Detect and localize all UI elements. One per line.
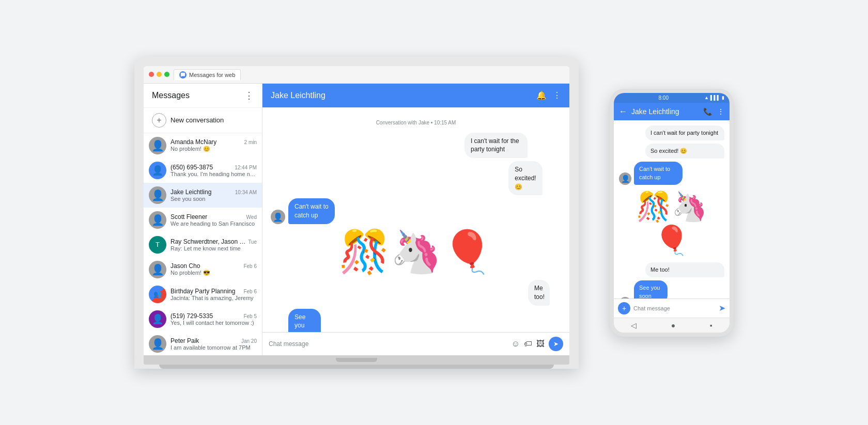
contact-info: Amanda McNary2 minNo problem! 😊 [171, 138, 257, 152]
phone-status-bar: ··· 8:00 ▲ ▌▌▌ ▮ [614, 93, 730, 103]
phone-message-input[interactable] [633, 305, 716, 311]
sidebar-menu-icon[interactable]: ⋮ [244, 90, 254, 101]
phone-message-wrapper: So excited! 😊 [619, 144, 724, 159]
laptop-notch [336, 358, 377, 362]
phone-message-wrapper: Me too! [619, 262, 724, 277]
chat-area: Jake Leichtling 🔔 ⋮ Conversation with Ja… [262, 84, 569, 355]
contact-info: Jason ChoFeb 6No problem! 😎 [171, 262, 257, 276]
message-column: See you soon10:34 AM [288, 309, 338, 332]
titlebar: Messages for web [144, 66, 569, 84]
close-button[interactable] [149, 72, 154, 77]
avatar: 👤 [149, 211, 166, 229]
contact-info: Jake Leichtling10:34 AMSee you soon [171, 188, 257, 202]
contact-item[interactable]: 👤Peter PaikJan 20I am available tomorrow… [144, 332, 262, 355]
message-column: Can't wait to catch up [288, 198, 360, 224]
phone-message-row: 👤See you soon10:34 AM [619, 280, 724, 298]
maximize-button[interactable] [164, 72, 169, 77]
contact-preview: Jacinta: That is amazing, Jeremy [171, 295, 257, 301]
phone-messages: I can't wait for party tonightSo excited… [614, 120, 730, 298]
avatar: 👤 [149, 186, 166, 204]
message-bubble: So excited! 😊 [508, 161, 542, 195]
contact-info: (650) 695-387512:44 PMThank you. I'm hea… [171, 164, 257, 177]
contact-item[interactable]: 👤(650) 695-387512:44 PMThank you. I'm he… [144, 158, 262, 183]
chat-message-input[interactable] [269, 340, 507, 348]
sticker-icon[interactable]: 🏷 [524, 339, 532, 349]
sidebar-title: Messages [152, 91, 190, 100]
attachment-icon[interactable]: 🖼 [536, 339, 545, 349]
message-bubble: I can't wait for the party tonight [464, 133, 528, 159]
contact-time: 10:34 AM [235, 190, 257, 195]
contact-time: Feb 6 [243, 289, 257, 294]
laptop-screen: Messages for web Messages ⋮ + New conver… [144, 66, 569, 355]
chat-header-icons: 🔔 ⋮ [536, 90, 561, 100]
contact-info: Peter PaikJan 20I am available tomorrow … [171, 337, 257, 351]
nav-recent-button[interactable]: ▪ [710, 321, 712, 329]
avatar: 👤 [149, 137, 166, 154]
phone-nav-bar: ◁ ● ▪ [614, 318, 730, 333]
nav-home-button[interactable]: ● [671, 321, 675, 329]
contact-name: Jason Cho [171, 262, 200, 270]
message-row: So excited! 😊 [271, 161, 561, 195]
phone-header: ← Jake Leichtling 📞 ⋮ [614, 103, 730, 120]
phone-input-area: + ➤ [614, 298, 730, 318]
contact-item[interactable]: 👤Jake Leichtling10:34 AMSee you soon [144, 183, 262, 208]
phone-time: 8:00 [658, 95, 668, 101]
nav-back-button[interactable]: ◁ [631, 321, 637, 329]
emoji-icon[interactable]: ☺ [512, 339, 520, 349]
signal-icon: ▌▌▌ [710, 95, 720, 100]
contact-preview: Thank you. I'm heading home now. [171, 171, 257, 177]
contact-preview: I am available tomorrow at 7PM [171, 344, 257, 351]
message-column: So excited! 😊 [508, 161, 561, 195]
phone-more-icon[interactable]: ⋮ [717, 107, 724, 116]
contact-time: Feb 5 [243, 313, 257, 319]
chat-contact-name: Jake Leichtling [271, 91, 326, 100]
scene: Messages for web Messages ⋮ + New conver… [0, 36, 868, 389]
contact-name: Jake Leichtling [171, 188, 211, 196]
message-bubble: Can't wait to catch up [288, 198, 335, 224]
phone-message-wrapper: 👤See you soon10:34 AM [619, 280, 724, 298]
contact-name: (519) 729-5335 [171, 312, 213, 320]
contact-item[interactable]: 👥Birthday Party PlanningFeb 6Jacinta: Th… [144, 282, 262, 307]
notification-icon[interactable]: 🔔 [536, 90, 547, 100]
contact-item[interactable]: 👤Scott FleenerWedWe are heading to San F… [144, 208, 262, 232]
phone-back-button[interactable]: ← [619, 107, 627, 116]
avatar: 👤 [149, 310, 166, 328]
laptop-body: Messages ⋮ + New conversation 👤Amanda Mc… [144, 84, 569, 355]
browser-tab[interactable]: Messages for web [174, 69, 241, 80]
more-options-icon[interactable]: ⋮ [553, 90, 561, 100]
phone-avatar: 👤 [619, 172, 631, 185]
contact-name: Amanda McNary [171, 138, 216, 146]
wifi-icon: ▲ [704, 95, 709, 100]
contact-item[interactable]: 👤(519) 729-5335Feb 5Yes, I will contact … [144, 307, 262, 332]
traffic-lights [149, 72, 169, 77]
contact-item[interactable]: 👤Amanda McNary2 minNo problem! 😊 [144, 133, 262, 158]
laptop-device: Messages for web Messages ⋮ + New conver… [134, 57, 579, 369]
contact-time: Tue [248, 239, 257, 245]
phone-status-icons: ▲ ▌▌▌ ▮ [704, 95, 724, 100]
phone-sticker-message: 🎊🦄🎈 [619, 190, 724, 257]
contact-preview: Yes, I will contact her tomorrow :) [171, 320, 257, 326]
phone-add-button[interactable]: + [618, 302, 630, 314]
phone-call-icon[interactable]: 📞 [703, 107, 712, 116]
new-conversation-button[interactable]: + New conversation [144, 108, 262, 133]
contact-item[interactable]: TRay Schwerdtner, Jason TzouTueRay: Let … [144, 232, 262, 257]
phone-send-button[interactable]: ➤ [719, 303, 725, 313]
phone-message-bubble: I can't wait for party tonight [645, 125, 724, 140]
contact-time: Jan 20 [241, 338, 257, 344]
avatar: 👤 [149, 335, 166, 353]
message-bubble: See you soon [288, 309, 321, 332]
phone-message-bubble: So excited! 😊 [645, 144, 724, 159]
sticker-message: 🎊🦄🎈 [271, 231, 561, 273]
contact-name: Birthday Party Planning [171, 288, 235, 295]
contact-time: 2 min [244, 139, 257, 145]
minimize-button[interactable] [157, 72, 162, 77]
contact-preview: No problem! 😊 [171, 146, 257, 152]
laptop-foot [159, 365, 554, 369]
message-bubble: Me too! [528, 280, 550, 306]
messages-favicon [179, 71, 187, 78]
phone-message-row: 👤Can't wait to catch up [619, 162, 724, 185]
contact-item[interactable]: 👤Jason ChoFeb 6No problem! 😎 [144, 257, 262, 282]
avatar: 👤 [149, 261, 166, 278]
send-button[interactable]: ➤ [549, 337, 563, 351]
message-row: 👤See you soon10:34 AM [271, 309, 561, 332]
